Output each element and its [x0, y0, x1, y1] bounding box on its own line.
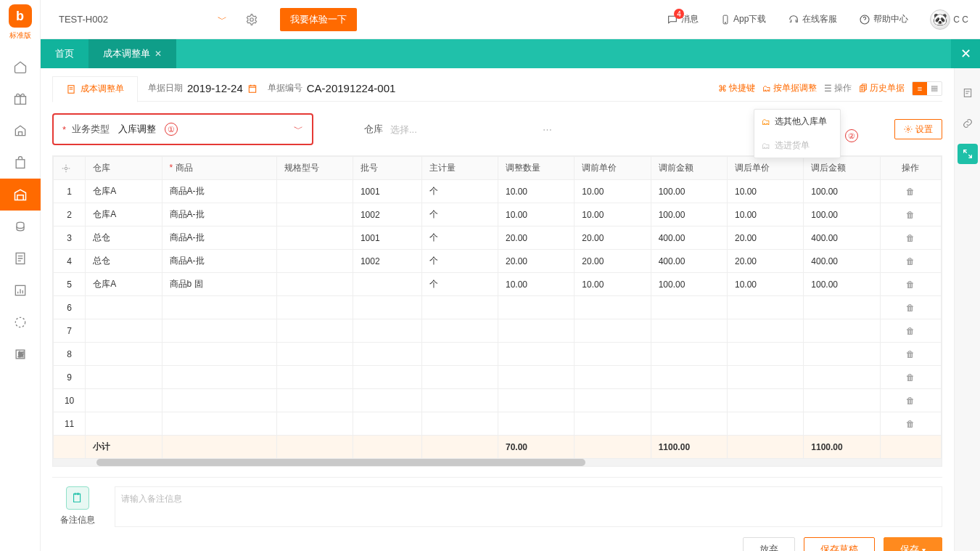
- delete-row-icon[interactable]: 🗑: [906, 419, 915, 429]
- table-row[interactable]: 7🗑: [54, 319, 942, 343]
- svg-point-4: [15, 317, 25, 327]
- rail-warehouse-icon[interactable]: [0, 179, 41, 211]
- bydoc-popup: 🗂选其他入库单 🗂选进货单: [754, 109, 841, 158]
- rail-doc-icon[interactable]: [0, 242, 41, 274]
- business-type-select[interactable]: * 业务类型 入库调整 ① ﹀: [52, 113, 313, 145]
- delete-row-icon[interactable]: 🗑: [906, 303, 915, 313]
- delete-row-icon[interactable]: 🗑: [906, 187, 915, 197]
- save-button[interactable]: 保存▾: [884, 537, 942, 551]
- brand-logo: b: [9, 4, 32, 28]
- chevron-down-icon: ﹀: [294, 123, 303, 136]
- rail-report-icon[interactable]: [0, 274, 41, 306]
- settings-button[interactable]: 设置: [894, 119, 942, 139]
- tab-cost-adjust[interactable]: 成本调整单 ✕: [88, 39, 176, 68]
- nav-rail: b 标准版 新: [0, 0, 41, 551]
- delete-row-icon[interactable]: 🗑: [906, 372, 915, 383]
- col-spec[interactable]: 规格型号: [276, 157, 353, 180]
- close-icon[interactable]: ✕: [155, 49, 162, 59]
- col-op: 操作: [880, 157, 941, 180]
- delete-row-icon[interactable]: 🗑: [906, 256, 915, 266]
- save-draft-button[interactable]: 保存草稿: [804, 537, 875, 551]
- col-batch[interactable]: 批号: [353, 157, 421, 180]
- svg-point-13: [907, 128, 910, 131]
- org-selector[interactable]: TEST-H002 ﹀: [52, 8, 234, 31]
- delete-row-icon[interactable]: 🗑: [906, 349, 915, 359]
- calendar-icon[interactable]: [247, 83, 258, 94]
- annotation-2: ②: [845, 129, 858, 142]
- table-row[interactable]: 4总仓商品A-批1002个20.0020.00400.0020.00400.00…: [54, 250, 942, 273]
- trial-button[interactable]: 我要体验一下: [280, 8, 357, 31]
- col-config-icon[interactable]: [54, 157, 86, 180]
- svg-point-7: [250, 17, 254, 21]
- tool-link-icon[interactable]: [958, 113, 978, 134]
- avatar: 🐼: [930, 9, 950, 30]
- content: 成本调整单 单据日期 2019-12-24 单据编号 CA-20191224-0…: [41, 68, 980, 551]
- h-scrollbar[interactable]: [53, 459, 942, 466]
- head-ops[interactable]: ☰ 操作: [824, 82, 852, 94]
- rail-bag-icon[interactable]: [0, 147, 41, 179]
- ellipsis-icon[interactable]: ⋯: [543, 124, 552, 135]
- topbar-help[interactable]: 帮助中心: [859, 13, 908, 25]
- col-unit[interactable]: 主计量: [421, 157, 498, 180]
- table-row[interactable]: 10🗑: [54, 389, 942, 412]
- delete-row-icon[interactable]: 🗑: [906, 210, 915, 220]
- page-head: 成本调整单 单据日期 2019-12-24 单据编号 CA-20191224-0…: [52, 75, 942, 102]
- rail-money-icon[interactable]: [0, 211, 41, 242]
- col-qty[interactable]: 调整数量: [498, 157, 575, 180]
- delete-row-icon[interactable]: 🗑: [906, 326, 915, 336]
- warehouse-select[interactable]: 仓库 ⋯: [364, 123, 552, 136]
- page-title-tab: 成本调整单: [52, 76, 138, 102]
- topbar-app[interactable]: App下载: [720, 13, 766, 25]
- brand-edition: 标准版: [9, 30, 31, 41]
- topbar-cs[interactable]: 在线客服: [788, 13, 837, 25]
- tab-home[interactable]: 首页: [41, 39, 88, 68]
- delete-row-icon[interactable]: 🗑: [906, 396, 915, 406]
- table-row[interactable]: 9🗑: [54, 366, 942, 389]
- table-row[interactable]: 2仓库A商品A-批1002个10.0010.00100.0010.00100.0…: [54, 203, 942, 226]
- col-wh[interactable]: 仓库: [86, 157, 162, 180]
- tabstrip-close-icon[interactable]: ✕: [951, 39, 980, 68]
- remark-input[interactable]: [115, 486, 942, 527]
- delete-row-icon[interactable]: 🗑: [906, 279, 915, 290]
- topbar-user[interactable]: 🐼 C C: [930, 9, 968, 30]
- col-postprice[interactable]: 调后单价: [728, 157, 804, 180]
- head-bydoc[interactable]: 🗂 按单据调整: [762, 82, 817, 94]
- table-row[interactable]: 5仓库A商品b 固个10.0010.00100.0010.00100.00🗑: [54, 273, 942, 296]
- tool-note-icon[interactable]: [958, 83, 978, 103]
- footer: 放弃 保存草稿 保存▾: [52, 537, 942, 551]
- doc-icon: [66, 84, 76, 94]
- popup-other-in[interactable]: 🗂选其他入库单: [754, 110, 840, 134]
- svg-point-14: [65, 167, 67, 170]
- head-history[interactable]: 🗐 历史单据: [859, 82, 905, 94]
- col-postamt[interactable]: 调后金额: [804, 157, 880, 180]
- rail-sync-icon[interactable]: [0, 306, 41, 338]
- delete-row-icon[interactable]: 🗑: [906, 233, 915, 243]
- table-row[interactable]: 1仓库A商品A-批1001个10.0010.00100.0010.00100.0…: [54, 180, 942, 203]
- svg-rect-12: [249, 85, 255, 91]
- tool-expand-icon[interactable]: [958, 144, 978, 164]
- gear-icon[interactable]: [245, 13, 258, 26]
- cancel-button[interactable]: 放弃: [743, 537, 795, 551]
- topbar-messages[interactable]: 消息 4: [667, 13, 699, 25]
- rail-home-icon[interactable]: [0, 51, 41, 83]
- gear-icon: [904, 125, 913, 134]
- rail-gift-icon[interactable]: [0, 83, 41, 115]
- warehouse-input[interactable]: [390, 124, 535, 135]
- view-toggle[interactable]: ≡▦: [912, 81, 942, 96]
- grid: 仓库 商品 规格型号 批号 主计量 调整数量 调前单价 调前金额 调后单价 调后…: [52, 155, 942, 467]
- annotation-1: ①: [165, 123, 178, 136]
- col-prod[interactable]: 商品: [162, 157, 276, 180]
- table-row[interactable]: 3总仓商品A-批1001个20.0020.00400.0020.00400.00…: [54, 226, 942, 250]
- msg-badge: 4: [674, 9, 684, 19]
- popup-purchase: 🗂选进货单: [754, 134, 840, 158]
- table-row[interactable]: 6🗑: [54, 296, 942, 319]
- head-hotkey[interactable]: ⌘ 快捷键: [718, 82, 755, 94]
- rail-new-icon[interactable]: 新: [0, 338, 41, 370]
- col-preamt[interactable]: 调前金额: [651, 157, 727, 180]
- rail-house-icon[interactable]: [0, 115, 41, 147]
- caret-down-icon: ▾: [922, 546, 926, 552]
- col-preprice[interactable]: 调前单价: [575, 157, 651, 180]
- table-row[interactable]: 8🗑: [54, 343, 942, 366]
- notepad-icon: 🗒: [66, 486, 89, 510]
- table-row[interactable]: 11🗑: [54, 412, 942, 436]
